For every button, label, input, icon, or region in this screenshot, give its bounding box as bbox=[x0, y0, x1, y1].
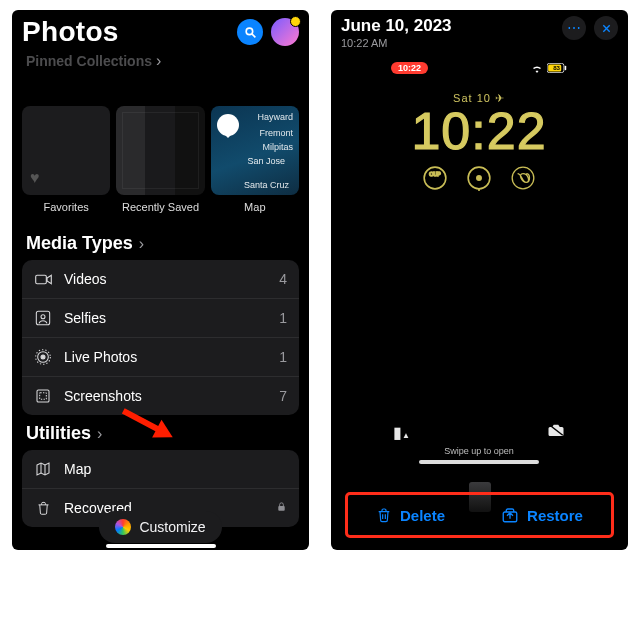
svg-rect-3 bbox=[36, 311, 49, 324]
photo-content[interactable]: 10:22 83 Sat 10 ✈ 10:22 CUP ▮▲ Swipe up … bbox=[379, 56, 579, 474]
wifi-icon bbox=[531, 64, 543, 73]
shot-home-indicator bbox=[419, 460, 539, 464]
svg-line-1 bbox=[252, 34, 255, 37]
media-types-header[interactable]: Media Types› bbox=[12, 225, 309, 260]
status-icons: 83 bbox=[531, 63, 567, 73]
delete-button[interactable]: Delete bbox=[376, 506, 445, 524]
profile-avatar[interactable] bbox=[271, 18, 299, 46]
svg-point-0 bbox=[246, 28, 253, 35]
camera-off-icon bbox=[547, 423, 565, 442]
svg-point-4 bbox=[41, 315, 45, 319]
search-button[interactable] bbox=[237, 19, 263, 45]
customize-icon bbox=[115, 519, 131, 535]
map-icon bbox=[34, 460, 52, 478]
lock-widgets: CUP bbox=[379, 165, 579, 191]
thumb-label: Recently Saved bbox=[116, 201, 204, 213]
svg-rect-8 bbox=[37, 390, 49, 402]
row-selfies[interactable]: Selfies1 bbox=[22, 298, 299, 337]
video-icon bbox=[34, 270, 52, 288]
thumb-favorites[interactable]: ♥ bbox=[22, 106, 110, 195]
svg-rect-2 bbox=[35, 275, 46, 284]
row-live-photos[interactable]: Live Photos1 bbox=[22, 337, 299, 376]
search-icon bbox=[244, 26, 257, 39]
map-pin-icon bbox=[217, 114, 239, 136]
thumb-map[interactable]: Hayward Fremont Milpitas San Jose Santa … bbox=[211, 106, 299, 195]
battery-icon: 83 bbox=[547, 63, 567, 73]
thumb-recently-saved[interactable] bbox=[116, 106, 204, 195]
svg-text:83: 83 bbox=[553, 64, 560, 71]
svg-rect-10 bbox=[278, 506, 284, 511]
chevron-right-icon: › bbox=[156, 52, 161, 70]
close-icon bbox=[601, 23, 612, 34]
more-button[interactable]: ⋯ bbox=[562, 16, 586, 40]
swipe-hint: Swipe up to open bbox=[444, 446, 514, 456]
widget-compass-icon bbox=[466, 165, 492, 191]
photo-date: June 10, 2023 bbox=[341, 16, 452, 36]
screenshot-icon bbox=[34, 387, 52, 405]
svg-point-18 bbox=[477, 176, 481, 180]
page-title: Photos bbox=[22, 16, 119, 48]
photo-time: 10:22 AM bbox=[341, 37, 452, 49]
lock-time: 10:22 bbox=[379, 101, 579, 161]
deleted-photo-preview: June 10, 2023 10:22 AM ⋯ 10:22 83 Sat 10… bbox=[331, 10, 628, 550]
home-indicator[interactable] bbox=[106, 544, 216, 548]
thumb-label: Favorites bbox=[22, 201, 110, 213]
photos-app-screen: Photos Pinned Collections› ♥ Hayward Fre… bbox=[12, 10, 309, 550]
row-videos[interactable]: Videos4 bbox=[22, 260, 299, 298]
person-square-icon bbox=[34, 309, 52, 327]
chevron-right-icon: › bbox=[97, 425, 102, 443]
annotation-box: Delete Restore bbox=[345, 492, 614, 538]
trash-icon bbox=[376, 506, 392, 524]
row-map[interactable]: Map bbox=[22, 450, 299, 488]
media-types-list: Videos4 Selfies1 Live Photos1 Screenshot… bbox=[22, 260, 299, 415]
utilities-header[interactable]: Utilities› bbox=[12, 415, 309, 450]
thumb-label: Map bbox=[211, 201, 299, 213]
customize-button[interactable]: Customize bbox=[99, 511, 221, 543]
svg-point-5 bbox=[41, 355, 45, 359]
svg-rect-9 bbox=[40, 393, 47, 400]
close-button[interactable] bbox=[594, 16, 618, 40]
restore-button[interactable]: Restore bbox=[501, 506, 583, 524]
restore-icon bbox=[501, 506, 519, 524]
svg-point-20 bbox=[512, 167, 534, 189]
row-screenshots[interactable]: Screenshots7 bbox=[22, 376, 299, 415]
live-photo-icon bbox=[34, 348, 52, 366]
svg-rect-13 bbox=[565, 66, 567, 71]
chevron-right-icon: › bbox=[139, 235, 144, 253]
widget-ring-icon: CUP bbox=[422, 165, 448, 191]
flashlight-icon: ▮▲ bbox=[393, 423, 410, 442]
svg-text:CUP: CUP bbox=[429, 171, 441, 177]
pinned-collections-link[interactable]: Pinned Collections› bbox=[26, 52, 161, 70]
heart-icon: ♥ bbox=[30, 169, 40, 187]
widget-knot-icon bbox=[510, 165, 536, 191]
status-time-pill: 10:22 bbox=[391, 62, 428, 74]
